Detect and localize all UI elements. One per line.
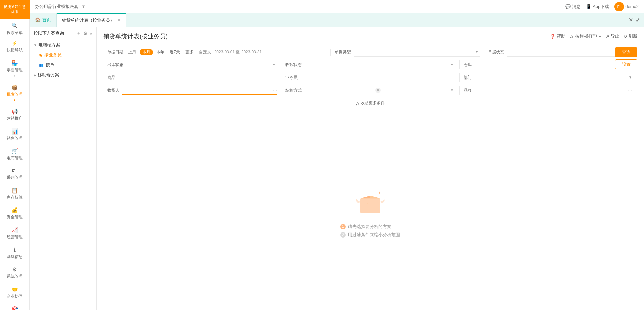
sidebar-item-inventory[interactable]: 📋 库存核算 xyxy=(0,184,29,204)
settlement-clear-button[interactable]: ✕ xyxy=(375,88,381,93)
mobile-scheme-group: ▶ 移动端方案 xyxy=(30,70,96,80)
main-area: 办公用品行业模拟账套 ▼ 💬 消息 📱 App下载 Ea demo2 🏠 首页 xyxy=(30,0,644,310)
message-button[interactable]: 💬 消息 xyxy=(565,4,581,10)
scheme-by-salesman[interactable]: ◉ 按业务员 xyxy=(35,50,96,60)
help-button[interactable]: ❓ 帮助 xyxy=(550,33,566,39)
sidebar-item-corp[interactable]: 🤝 企业协同 xyxy=(0,283,29,303)
sidebar-item-finance[interactable]: 💰 资金管理 xyxy=(0,204,29,223)
empty-illustration: ✦ ↑ xyxy=(354,185,387,218)
chevron-icon: ▼ xyxy=(13,74,16,78)
department-filter: 部门 ▼ xyxy=(460,73,637,82)
avatar: Ea xyxy=(614,2,624,11)
date-tab-custom[interactable]: 自定义 xyxy=(197,49,213,56)
tab-report[interactable]: 销货单统计表（按业务员） ✕ xyxy=(57,13,126,27)
sidebar-item-ecommerce[interactable]: 🛒 电商管理 xyxy=(0,145,29,164)
date-tab-this-month[interactable]: 本月 xyxy=(140,49,153,55)
receiver-dots-icon: ··· xyxy=(273,87,277,93)
topbar-dropdown-icon[interactable]: ▼ xyxy=(81,4,86,9)
empty-tip-1: 1 请先选择要分析的方案 xyxy=(340,224,400,230)
out-status-select[interactable]: ▼ xyxy=(126,60,277,69)
tab-expand-button[interactable]: ⤢ xyxy=(636,17,640,23)
print-button[interactable]: 🖨 按模板打印 ▼ xyxy=(570,33,602,39)
order-status-label: 单据状态 xyxy=(488,49,504,55)
page-header: 销货单统计表(按业务员) ❓ 帮助 🖨 按模板打印 ▼ ↗ 导出 xyxy=(97,27,644,43)
left-panel: 按以下方案查询 ＋ ⚙ « ▼ 电脑端方案 ◉ 按业务员 xyxy=(30,27,97,310)
scheme-by-order[interactable]: 👥 按单 xyxy=(35,60,96,70)
sidebar-quick-nav[interactable]: ⚡ 快捷导航 xyxy=(0,38,29,55)
tab-home[interactable]: 🏠 首页 xyxy=(30,13,57,27)
arrow-right-icon: ▶ xyxy=(34,73,36,77)
sidebar-search[interactable]: 🔍 搜索菜单 xyxy=(0,19,29,38)
settings-button[interactable]: 设置 xyxy=(615,59,637,69)
desktop-scheme-label[interactable]: ▼ 电脑端方案 xyxy=(30,40,96,50)
out-status-filter: 出库状态 ▼ xyxy=(103,60,281,69)
app-download-button[interactable]: 📱 App下载 xyxy=(586,4,609,10)
help-label: 帮助 xyxy=(557,33,566,39)
sidebar-item-basic[interactable]: ℹ 基础信息 xyxy=(0,243,29,263)
sidebar-item-label: 电商管理 xyxy=(7,155,23,161)
brand-select[interactable]: ··· xyxy=(474,86,633,95)
empty-tip-2: 2 用过滤条件来缩小分析范围 xyxy=(340,232,400,238)
settlement-arrow-icon: ▼ xyxy=(450,88,454,92)
date-tab-last-month[interactable]: 上月 xyxy=(126,49,138,56)
warehouse-select[interactable]: ··· xyxy=(474,60,633,69)
salesman-select[interactable]: ··· xyxy=(300,73,455,82)
filter-row-1: 单据日期 上月 本月 本年 近7天 更多 自定义 20 xyxy=(103,47,637,57)
tabbar: 🏠 首页 销货单统计表（按业务员） ✕ ✕ ⤢ xyxy=(30,13,644,27)
sidebar-item-operations[interactable]: 📈 经营管理 xyxy=(0,223,29,243)
right-panel: 销货单统计表(按业务员) ❓ 帮助 🖨 按模板打印 ▼ ↗ 导出 xyxy=(97,27,644,310)
sidebar-item-marketing[interactable]: 📢 营销推广 xyxy=(0,105,29,125)
settlement-label: 结算方式 xyxy=(285,88,302,93)
filter-collapse-button[interactable]: ⋀ 收起更多条件 xyxy=(103,98,637,108)
sidebar-item-label: 库存核算 xyxy=(7,195,23,200)
order-status-filter: 单据状态 ▼ xyxy=(484,47,637,57)
refresh-button[interactable]: ↺ 刷新 xyxy=(624,33,637,39)
sidebar-item-label: 营销推广 xyxy=(7,116,23,121)
scheme-by-salesman-label: 按业务员 xyxy=(44,52,62,58)
phone-icon: 📱 xyxy=(586,4,591,9)
topbar: 办公用品行业模拟账套 ▼ 💬 消息 📱 App下载 Ea demo2 xyxy=(30,0,644,13)
tab-close-button[interactable]: ✕ xyxy=(118,18,121,22)
order-status-select[interactable]: ▼ xyxy=(507,47,633,57)
tab-actions: ✕ ⤢ xyxy=(625,17,644,23)
out-status-label: 出库状态 xyxy=(107,62,123,68)
tab-close-all-button[interactable]: ✕ xyxy=(629,17,633,23)
sidebar-item-label: 资金管理 xyxy=(7,214,23,220)
department-select[interactable]: ▼ xyxy=(474,73,633,82)
receiver-input[interactable]: ··· xyxy=(122,86,277,95)
sidebar-item-purchase[interactable]: 🛍 采购管理 xyxy=(0,164,29,184)
export-button[interactable]: ↗ 导出 xyxy=(606,33,620,39)
sidebar-item-newbie[interactable]: 🎯 新手引导 xyxy=(0,303,29,310)
refresh-icon: ↺ xyxy=(624,34,627,39)
sidebar-item-system[interactable]: ⚙ 系统管理 xyxy=(0,263,29,283)
inventory-icon: 📋 xyxy=(11,187,18,194)
receiver-filter: 收货人 ··· xyxy=(103,86,281,95)
tip-text-1: 请先选择要分析的方案 xyxy=(348,224,391,230)
date-tab-7days[interactable]: 近7天 xyxy=(168,49,182,56)
date-tabs: 上月 本月 本年 近7天 更多 自定义 xyxy=(126,49,213,56)
sidebar-item-sales[interactable]: 📊 销售管理 xyxy=(0,125,29,145)
sidebar-item-label: 零售管理 xyxy=(7,67,23,73)
goods-filter: 商品 ··· xyxy=(103,73,281,82)
date-tab-more[interactable]: 更多 xyxy=(183,49,196,56)
mobile-scheme-label[interactable]: ▶ 移动端方案 xyxy=(30,70,96,80)
add-scheme-button[interactable]: ＋ xyxy=(76,30,81,36)
user-profile[interactable]: Ea demo2 xyxy=(614,2,639,11)
sidebar-item-retail[interactable]: 🏪 零售管理 ▼ xyxy=(0,57,29,81)
sidebar-item-label: 企业协同 xyxy=(7,294,23,299)
order-type-select[interactable]: ▼ xyxy=(354,47,480,57)
payment-status-select[interactable]: ▼ xyxy=(304,60,455,69)
app-logo: 畅捷通好生意 标版 xyxy=(0,0,30,19)
date-tab-this-year[interactable]: 本年 xyxy=(154,49,166,56)
message-label: 消息 xyxy=(572,4,581,10)
sidebar-search-label: 搜索菜单 xyxy=(7,30,23,36)
active-scheme-icon: ◉ xyxy=(39,53,42,57)
warehouse-label: 仓库 xyxy=(464,62,472,68)
query-button[interactable]: 查询 xyxy=(615,47,637,57)
settings-scheme-button[interactable]: ⚙ xyxy=(83,31,88,36)
settlement-select[interactable]: ✕ ▼ xyxy=(304,86,455,95)
collapse-panel-button[interactable]: « xyxy=(90,31,92,36)
goods-select[interactable]: ··· xyxy=(118,73,277,82)
sidebar-item-wholesale[interactable]: 📦 批发管理 ▲ xyxy=(0,81,29,105)
topbar-title: 办公用品行业模拟账套 xyxy=(35,4,78,10)
